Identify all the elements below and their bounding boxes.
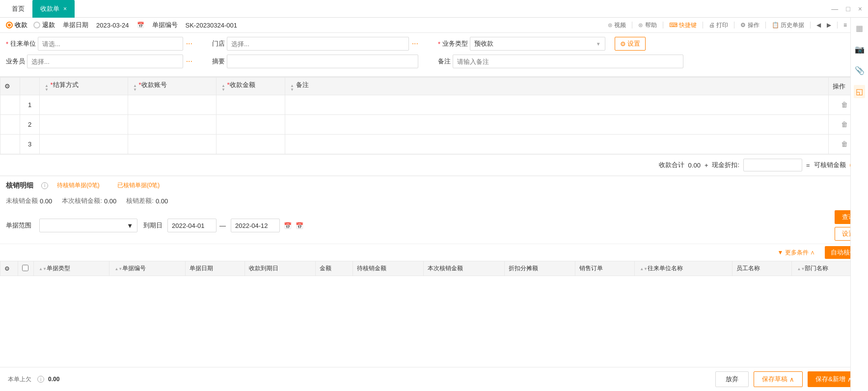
sidebar-camera-icon[interactable]: 📷 bbox=[853, 43, 867, 56]
discount-label: 现金折扣: bbox=[712, 161, 739, 169]
shortcut-btn[interactable]: ⌨ 快捷键 bbox=[669, 21, 697, 29]
date-to-input[interactable] bbox=[231, 219, 280, 232]
stat-diff-value: 0.00 bbox=[156, 197, 168, 205]
col-amount-bt: 金额 bbox=[315, 261, 353, 276]
hx-stats: 未核销金额 0.00 本次核销金额: 0.00 核销差额: 0.00 bbox=[0, 195, 868, 207]
right-sidebar: ▦ 📷 📎 ◱ bbox=[850, 18, 868, 391]
list-view[interactable]: ≡ bbox=[843, 22, 847, 28]
nav-prev[interactable]: ◀ bbox=[816, 22, 821, 28]
delete-icon-3[interactable]: 🗑 bbox=[841, 140, 848, 148]
delete-icon-2[interactable]: 🗑 bbox=[841, 120, 848, 129]
calendar-from-icon[interactable]: 📅 bbox=[284, 222, 292, 229]
staff-more-btn[interactable]: ··· bbox=[186, 57, 192, 66]
td-account-3[interactable] bbox=[128, 135, 217, 154]
bottom-table-header: ⚙ ▲▼单据类型 ▲▼单据编号 单据日期 收款到期日 金额 待 bbox=[0, 261, 868, 276]
radio-dot-shoukuan bbox=[6, 22, 13, 28]
td-settlement-1[interactable] bbox=[40, 95, 128, 115]
date-from-input[interactable] bbox=[167, 219, 217, 232]
tab-active[interactable]: 收款单 × bbox=[32, 0, 75, 18]
table-row: 1 🗑 ⧉ bbox=[0, 95, 868, 115]
sidebar-table-icon[interactable]: ▦ bbox=[854, 22, 865, 35]
date-separator: — bbox=[219, 222, 226, 229]
td-amount-2[interactable] bbox=[217, 115, 285, 135]
stat-unverified-label: 未核销金额 bbox=[6, 196, 38, 205]
radio-label-shoukuan: 收款 bbox=[15, 21, 27, 29]
print-btn[interactable]: 🖨 打印 bbox=[709, 21, 728, 29]
slip-label: 本单上欠 bbox=[8, 375, 31, 384]
td-account-2[interactable] bbox=[128, 115, 217, 135]
col-due-date: 收款到期日 bbox=[245, 261, 316, 276]
store-label: 门店 bbox=[212, 39, 225, 48]
tab-home[interactable]: 首页 bbox=[4, 0, 32, 18]
td-remark-1[interactable] bbox=[285, 95, 829, 115]
summary-input[interactable] bbox=[227, 55, 418, 68]
slip-info-icon[interactable]: i bbox=[37, 376, 44, 383]
hx-filter-row: 单据范围 ▼ 到期日 — 📅 📅 查询 设置 bbox=[0, 207, 868, 244]
maximize-btn[interactable]: □ bbox=[844, 5, 852, 13]
hx-info-icon[interactable]: i bbox=[41, 182, 48, 189]
counterparty-more-btn[interactable]: ··· bbox=[186, 39, 192, 48]
sort-bt-4: ▲▼ bbox=[797, 267, 805, 271]
calendar-icon[interactable]: 📅 bbox=[137, 22, 144, 28]
hx-header: 核销明细 i 待核销单据(0笔) 已核销单据(0笔) bbox=[0, 175, 868, 195]
staff-label: 业务员 bbox=[6, 57, 25, 66]
range-select[interactable]: ▼ bbox=[39, 219, 137, 232]
business-type-value: 预收款 bbox=[474, 39, 493, 48]
bottom-table-section: ⚙ ▲▼单据类型 ▲▼单据编号 单据日期 收款到期日 金额 待 bbox=[0, 261, 868, 367]
td-settlement-3[interactable] bbox=[40, 135, 128, 154]
col-settings-bt[interactable]: ⚙ bbox=[0, 261, 18, 276]
td-amount-3[interactable] bbox=[217, 135, 285, 154]
radio-label-tuikuan: 退款 bbox=[42, 21, 55, 29]
business-type-select[interactable]: 预收款 ▼ bbox=[470, 37, 605, 51]
draft-label: 保存草稿 bbox=[762, 375, 787, 384]
store-input[interactable] bbox=[227, 37, 409, 51]
store-field: 门店 ··· bbox=[212, 37, 418, 51]
abandon-btn[interactable]: 放弃 bbox=[715, 371, 749, 387]
available-label: 可核销金额 bbox=[814, 161, 846, 169]
counterparty-input[interactable] bbox=[38, 37, 183, 51]
calendar-to-icon[interactable]: 📅 bbox=[296, 222, 303, 229]
sidebar-expand-icon[interactable]: ◱ bbox=[854, 85, 865, 98]
td-amount-1[interactable] bbox=[217, 95, 285, 115]
nav-next[interactable]: ▶ bbox=[827, 22, 831, 28]
td-remark-3[interactable] bbox=[285, 135, 829, 154]
td-remark-2[interactable] bbox=[285, 115, 829, 135]
form-row-1: * 往来单位 ··· 门店 ··· * 业务类型 预收款 ▼ ··· bbox=[6, 37, 862, 51]
hx-tab-done[interactable]: 已核销单据(0笔) bbox=[114, 180, 163, 191]
remark-label: 备注 bbox=[438, 57, 451, 66]
td-settings-1 bbox=[0, 95, 20, 115]
video-btn[interactable]: ⊙ 视频 bbox=[608, 21, 626, 29]
row-num-3: 3 bbox=[20, 135, 40, 154]
select-all-checkbox[interactable] bbox=[22, 265, 28, 271]
help-btn[interactable]: ⊙ 帮助 bbox=[638, 21, 656, 29]
remark-input[interactable] bbox=[453, 55, 683, 68]
stat-unverified-value: 0.00 bbox=[40, 197, 52, 205]
td-settlement-2[interactable] bbox=[40, 115, 128, 135]
store-more-btn[interactable]: ··· bbox=[412, 39, 418, 48]
toolbar-row: 收款 退款 单据日期 2023-03-24 📅 单据编号 SK-20230324… bbox=[0, 18, 868, 33]
td-account-1[interactable] bbox=[128, 95, 217, 115]
col-pending-amount: 待核销金额 bbox=[353, 261, 424, 276]
close-btn[interactable]: × bbox=[856, 5, 864, 13]
ops-btn[interactable]: ⚙ 操作 bbox=[740, 21, 759, 29]
sidebar-attach-icon[interactable]: 📎 bbox=[853, 64, 867, 77]
draft-btn[interactable]: 保存草稿 ∧ bbox=[754, 371, 803, 387]
tab-close-btn[interactable]: × bbox=[63, 0, 67, 18]
col-num bbox=[20, 78, 40, 95]
divider3 bbox=[703, 22, 703, 28]
col-checkbox-bt[interactable] bbox=[18, 261, 34, 276]
radio-tuikuan[interactable]: 退款 bbox=[33, 21, 55, 29]
form-settings-btn[interactable]: ⚙ 设置 bbox=[615, 37, 646, 51]
col-settings[interactable]: ⚙ bbox=[0, 78, 20, 95]
history-btn[interactable]: 📋 历史单据 bbox=[772, 21, 804, 29]
discount-input[interactable] bbox=[743, 159, 802, 171]
minimize-btn[interactable]: — bbox=[829, 5, 840, 13]
col-account: ▲▼ *收款账号 bbox=[128, 78, 217, 95]
staff-input[interactable] bbox=[27, 55, 183, 68]
col-counterparty: ▲▼往来单位名称 bbox=[635, 261, 732, 276]
hx-tab-pending[interactable]: 待核销单据(0笔) bbox=[54, 180, 103, 191]
radio-shoukuan[interactable]: 收款 bbox=[6, 21, 27, 29]
main-content: 收款 退款 单据日期 2023-03-24 📅 单据编号 SK-20230324… bbox=[0, 18, 868, 391]
more-conditions-btn[interactable]: ▼ 更多条件 ∧ bbox=[777, 246, 815, 259]
delete-icon-1[interactable]: 🗑 bbox=[841, 101, 848, 109]
